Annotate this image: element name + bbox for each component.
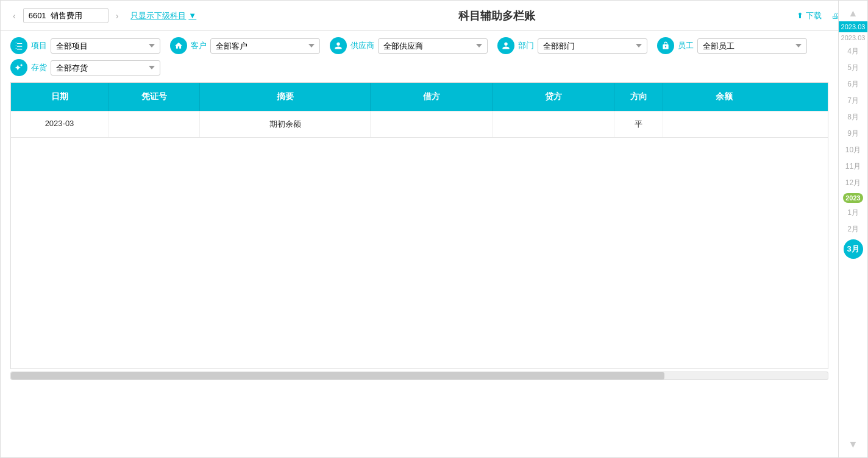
cell-direction: 平 xyxy=(614,111,663,137)
col-debit: 借方 xyxy=(371,83,493,111)
content-wrapper: 日期 凭证号 摘要 借方 贷方 方向 余额 2023-03 期初余额 平 xyxy=(1,82,838,382)
timeline-month-4[interactable]: 4月 xyxy=(839,43,867,60)
timeline-month-8[interactable]: 8月 xyxy=(839,109,867,125)
timeline-selected-top[interactable]: 2023.03 xyxy=(839,21,867,32)
supplier-filter: 供应商 全部供应商 xyxy=(330,37,488,54)
cell-date: 2023-03 xyxy=(11,111,108,137)
inventory-filter: 存货 全部存货 xyxy=(10,59,160,76)
col-date: 日期 xyxy=(11,83,108,111)
dept-icon xyxy=(497,37,514,54)
customer-icon xyxy=(170,37,187,54)
cell-debit xyxy=(371,111,493,137)
timeline-month-9[interactable]: 9月 xyxy=(839,125,867,142)
project-icon xyxy=(10,37,27,54)
employee-filter: 员工 全部员工 xyxy=(657,37,807,54)
cell-summary: 期初余额 xyxy=(200,111,371,137)
project-filter: 项目 全部项目 xyxy=(10,37,160,54)
download-button[interactable]: ⬆ 下载 xyxy=(797,10,822,21)
customer-select[interactable]: 全部客户 xyxy=(210,38,320,54)
page-title: 科目辅助多栏账 xyxy=(201,9,792,23)
inventory-icon xyxy=(10,59,27,76)
project-label: 项目 xyxy=(31,40,47,51)
col-direction: 方向 xyxy=(614,83,663,111)
project-select[interactable]: 全部项目 xyxy=(51,38,160,54)
download-icon: ⬆ xyxy=(797,11,803,20)
col-voucher: 凭证号 xyxy=(108,83,200,111)
cell-credit xyxy=(493,111,614,137)
cell-balance xyxy=(663,111,785,137)
col-summary: 摘要 xyxy=(200,83,371,111)
inventory-select[interactable]: 全部存货 xyxy=(51,60,160,76)
timeline-up-button[interactable]: ▲ xyxy=(846,5,861,21)
timeline-year-badge[interactable]: 2023 xyxy=(843,193,863,203)
show-sub-toggle[interactable]: 只显示下级科目 ▼ xyxy=(130,10,196,21)
empty-content xyxy=(10,138,828,369)
timeline-month-6[interactable]: 6月 xyxy=(839,76,867,93)
table-header: 日期 凭证号 摘要 借方 贷方 方向 余额 xyxy=(11,83,828,111)
main-window: ✕ ‹ › 只显示下级科目 ▼ 科目辅助多栏账 ⬆ 下载 🖨 打印 xyxy=(0,0,868,458)
timeline-month-1[interactable]: 1月 xyxy=(839,205,867,221)
inventory-label: 存货 xyxy=(31,62,47,73)
timeline-month-12[interactable]: 12月 xyxy=(839,175,867,191)
show-sub-chevron: ▼ xyxy=(188,11,196,20)
timeline-down-button[interactable]: ▼ xyxy=(846,437,861,453)
header-bar: ‹ › 只显示下级科目 ▼ 科目辅助多栏账 ⬆ 下载 🖨 打印 xyxy=(1,1,867,31)
supplier-icon xyxy=(330,37,347,54)
show-sub-label: 只显示下级科目 xyxy=(130,10,186,21)
timeline-panel: ▲ 2023.03 2023.03 4月 5月 6月 7月 8月 9月 10月 … xyxy=(838,1,867,457)
timeline-month-5[interactable]: 5月 xyxy=(839,60,867,76)
prev-account-button[interactable]: ‹ xyxy=(10,10,18,22)
scrollbar-thumb[interactable] xyxy=(11,372,664,379)
timeline-month-10[interactable]: 10月 xyxy=(839,142,867,158)
timeline-month-11[interactable]: 11月 xyxy=(839,158,867,175)
timeline-month-2[interactable]: 2月 xyxy=(839,221,867,238)
data-table: 日期 凭证号 摘要 借方 贷方 方向 余额 2023-03 期初余额 平 xyxy=(10,82,828,138)
horizontal-scrollbar[interactable] xyxy=(10,372,828,380)
table-row: 2023-03 期初余额 平 xyxy=(11,111,828,137)
main-content: 日期 凭证号 摘要 借方 贷方 方向 余额 2023-03 期初余额 平 xyxy=(1,82,838,382)
next-account-button[interactable]: › xyxy=(113,10,121,22)
col-balance: 余额 xyxy=(663,83,785,111)
employee-select[interactable]: 全部员工 xyxy=(697,38,807,54)
customer-filter: 客户 全部客户 xyxy=(170,37,320,54)
customer-label: 客户 xyxy=(191,40,207,51)
col-credit: 贷方 xyxy=(493,83,614,111)
employee-label: 员工 xyxy=(678,40,694,51)
dept-label: 部门 xyxy=(518,40,534,51)
filter-bar: 项目 全部项目 客户 全部客户 供应商 全部供应商 xyxy=(1,31,867,82)
dept-filter: 部门 全部部门 xyxy=(497,37,647,54)
cell-voucher xyxy=(108,111,200,137)
dept-select[interactable]: 全部部门 xyxy=(538,38,647,54)
timeline-selected-month[interactable]: 3月 xyxy=(844,239,863,259)
supplier-label: 供应商 xyxy=(350,40,374,51)
employee-icon xyxy=(657,37,674,54)
timeline-month-7[interactable]: 7月 xyxy=(839,93,867,109)
account-input[interactable] xyxy=(23,8,108,23)
supplier-select[interactable]: 全部供应商 xyxy=(378,38,488,54)
timeline-item-2023-03[interactable]: 2023.03 xyxy=(839,32,867,43)
